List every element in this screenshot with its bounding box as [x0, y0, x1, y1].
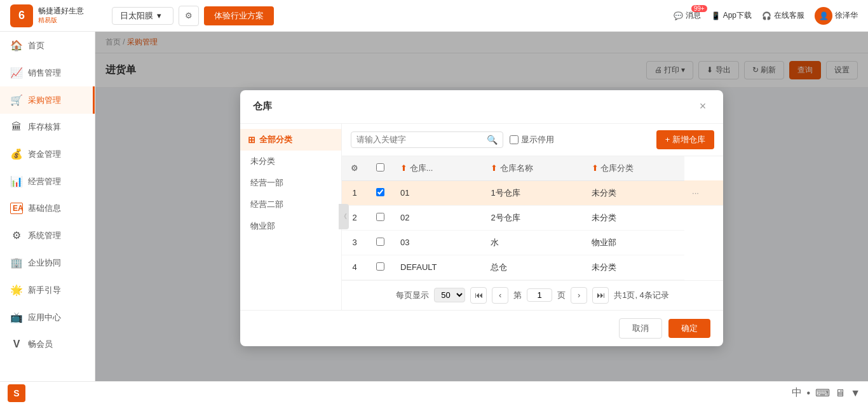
search-icon[interactable]: 🔍 — [487, 135, 498, 145]
category-item-unclassified[interactable]: 未分类 — [240, 151, 341, 172]
table-row[interactable]: 4 DEFAULT 总仓 未分类 — [342, 255, 723, 279]
sidebar-item-inventory[interactable]: 🏛 库存核算 — [0, 114, 95, 140]
header-right: 💬 消息 99+ 📱 App下载 🎧 在线客服 👤 徐泽华 — [674, 7, 858, 25]
try-industry-button[interactable]: 体验行业方案 — [204, 6, 274, 25]
select-all-checkbox[interactable] — [376, 163, 384, 172]
sidebar-item-operation[interactable]: 📊 经营管理 — [0, 168, 95, 195]
inventory-icon: 🏛 — [10, 121, 23, 133]
sidebar-label-app-center: 应用中心 — [28, 312, 61, 323]
sidebar-item-enterprise[interactable]: 🏢 企业协同 — [0, 249, 95, 276]
table-body: 1 01 1号仓库 未分类 ··· 2 02 2号仓库 未分类 3 03 水 物… — [342, 180, 723, 279]
show-disabled-checkbox[interactable] — [510, 135, 519, 144]
table-row[interactable]: 1 01 1号仓库 未分类 ··· — [342, 180, 723, 205]
sidebar-label-sales: 销售管理 — [28, 67, 61, 79]
first-page-button[interactable]: ⏮ — [470, 287, 487, 304]
top-header: 6 畅捷通好生意 精易版 日太阳膜 ▾ ⚙ 体验行业方案 💬 消息 99+ 📱 … — [0, 0, 868, 32]
row-num: 1 — [342, 180, 367, 205]
home-icon: 🏠 — [10, 39, 23, 51]
col-code: ⬆ 仓库... — [393, 156, 483, 181]
sidebar-item-finance[interactable]: 💰 资金管理 — [0, 140, 95, 168]
confirm-button[interactable]: 确定 — [668, 319, 710, 338]
row-checkbox[interactable] — [367, 205, 393, 230]
col-check — [367, 156, 393, 181]
page-number-input[interactable] — [527, 288, 552, 302]
member-icon: V — [10, 339, 23, 350]
sidebar-item-app-center[interactable]: 📺 应用中心 — [0, 304, 95, 331]
show-disabled-toggle[interactable]: 显示停用 — [510, 134, 554, 145]
bottom-icon-5: ▼ — [850, 387, 860, 399]
operation-icon: 📊 — [10, 175, 23, 187]
bottom-logo: S — [8, 384, 25, 402]
row-checkbox[interactable] — [367, 230, 393, 255]
sidebar-item-guide[interactable]: 🌟 新手引导 — [0, 276, 95, 304]
page-label: 第 — [513, 290, 522, 301]
col-gear: ⚙ — [342, 156, 367, 181]
sidebar-label-member: 畅会员 — [28, 339, 53, 350]
last-page-button[interactable]: ⏭ — [592, 287, 609, 304]
warehouse-table: ⚙ ⬆ 仓库... ⬆ 仓库名称 — [342, 156, 723, 280]
sidebar-item-member[interactable]: V 畅会员 — [0, 331, 95, 358]
app-download-item[interactable]: 📱 App下载 — [711, 10, 752, 21]
per-page-select[interactable]: 50 — [434, 288, 465, 302]
category-sidebar: ⊞ 全部分类 未分类 经营一部 经营二部 物业部 《 — [240, 124, 342, 310]
main-layout: 🏠 首页 📈 销售管理 🛒 采购管理 🏛 库存核算 💰 资金管理 📊 经营管理 … — [0, 32, 868, 404]
store-selector[interactable]: 日太阳膜 ▾ — [112, 7, 173, 25]
purchase-icon: 🛒 — [10, 94, 23, 106]
sort-icon2: ⬆ — [491, 163, 498, 173]
guide-icon: 🌟 — [10, 284, 23, 296]
bottom-icons: 中 • ⌨ 🖥 ▼ — [792, 386, 860, 400]
modal-close-button[interactable]: × — [695, 99, 710, 114]
sidebar-label-enterprise: 企业协同 — [28, 257, 61, 269]
category-item-dept2[interactable]: 经营二部 — [240, 194, 341, 215]
category-item-property[interactable]: 物业部 — [240, 215, 341, 237]
category-item-dept1[interactable]: 经营一部 — [240, 172, 341, 194]
sidebar-item-home[interactable]: 🏠 首页 — [0, 32, 95, 59]
sidebar-label-guide: 新手引导 — [28, 285, 61, 296]
row-actions[interactable]: ··· — [684, 180, 723, 205]
modal-footer: 取消 确定 — [240, 310, 723, 346]
row-checkbox[interactable] — [367, 255, 393, 279]
app-center-icon: 📺 — [10, 311, 23, 323]
collapse-sidebar-button[interactable]: 《 — [339, 204, 349, 229]
table-row[interactable]: 3 03 水 物业部 — [342, 230, 723, 255]
row-checkbox[interactable] — [367, 180, 393, 205]
all-category-header[interactable]: ⊞ 全部分类 — [240, 129, 341, 151]
table-row[interactable]: 2 02 2号仓库 未分类 — [342, 205, 723, 230]
row-category: 未分类 — [584, 180, 684, 205]
sidebar-item-sales[interactable]: 📈 销售管理 — [0, 59, 95, 86]
cancel-button[interactable]: 取消 — [619, 318, 662, 339]
sidebar-label-purchase: 采购管理 — [28, 95, 61, 106]
pagination: 每页显示 50 ⏮ ‹ 第 页 › ⏭ 共1页, 4条记录 — [342, 280, 723, 310]
grid-icon: ⊞ — [248, 135, 255, 145]
gear-button[interactable]: ⚙ — [179, 6, 199, 26]
row-num: 4 — [342, 255, 367, 279]
app-download-label: App下载 — [723, 10, 752, 21]
search-input[interactable] — [356, 135, 483, 144]
notification-item[interactable]: 💬 消息 99+ — [674, 10, 701, 21]
add-warehouse-button[interactable]: + 新增仓库 — [656, 130, 714, 149]
sidebar-label-home: 首页 — [28, 40, 44, 51]
search-box[interactable]: 🔍 — [351, 131, 503, 148]
next-page-button[interactable]: › — [571, 287, 587, 304]
sort-icon3: ⬆ — [592, 163, 599, 173]
warehouse-modal: 仓库 × ⊞ 全部分类 未分类 经营一部 经营二部 物业部 — [240, 90, 723, 346]
avatar-circle: 👤 — [815, 7, 832, 25]
online-service-item[interactable]: 🎧 在线客服 — [762, 10, 804, 21]
store-name: 日太阳膜 — [120, 10, 153, 22]
prev-page-button[interactable]: ‹ — [492, 287, 508, 304]
sidebar-item-basic-info[interactable]: EA 基础信息 — [0, 195, 95, 222]
enterprise-icon: 🏢 — [10, 257, 23, 269]
basic-info-icon: EA — [10, 203, 23, 214]
all-category-label: 全部分类 — [259, 134, 292, 145]
system-icon: ⚙ — [10, 229, 23, 241]
sidebar-label-operation: 经营管理 — [28, 176, 61, 187]
row-category: 物业部 — [584, 230, 684, 255]
finance-icon: 💰 — [10, 148, 23, 160]
user-avatar[interactable]: 👤 徐泽华 — [815, 7, 858, 25]
sidebar-item-purchase[interactable]: 🛒 采购管理 — [0, 86, 95, 114]
sidebar-item-system[interactable]: ⚙ 系统管理 — [0, 222, 95, 249]
bottom-icon-3: ⌨ — [815, 387, 830, 399]
modal-body: ⊞ 全部分类 未分类 经营一部 经营二部 物业部 《 — [240, 124, 723, 310]
bottom-icon-4: 🖥 — [835, 387, 845, 399]
logo-area: 6 畅捷通好生意 精易版 — [10, 4, 105, 27]
